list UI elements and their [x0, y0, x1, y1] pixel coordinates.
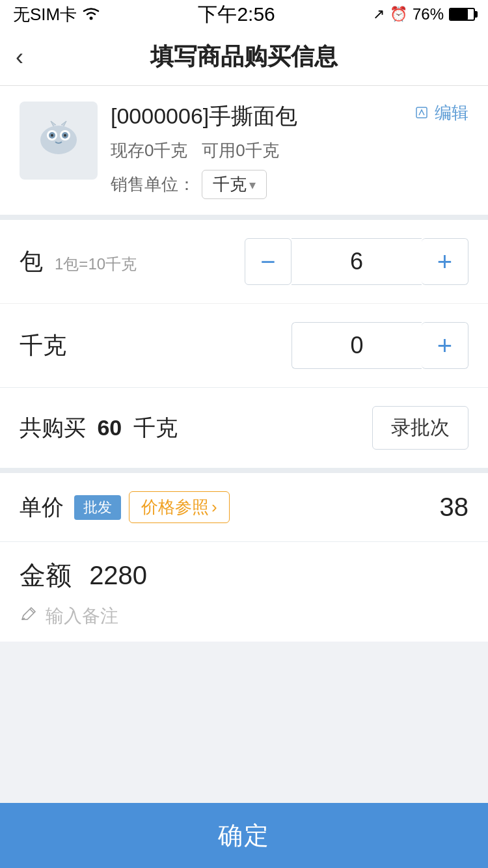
total-amount-value: 60 — [97, 415, 122, 440]
svg-point-6 — [51, 134, 53, 137]
bao-label: 包 1包=10千克 — [20, 246, 245, 278]
input-section: 包 1包=10千克 − + 千克 + — [0, 220, 488, 388]
note-row[interactable]: 输入备注 — [20, 604, 468, 642]
back-button[interactable]: ‹ — [16, 44, 23, 71]
status-time: 下午2:56 — [198, 1, 275, 28]
battery-percent: 76% — [413, 5, 444, 23]
alarm-icon: ⏰ — [390, 6, 407, 23]
kg-increment-button[interactable]: + — [422, 322, 468, 369]
product-stock: 现存0千克 可用0千克 — [111, 139, 468, 162]
confirm-button[interactable]: 确定 — [0, 803, 488, 868]
kg-input-row: 千克 + — [0, 304, 488, 387]
unit-select[interactable]: 千克 ▾ — [202, 170, 267, 199]
carrier-text: 无SIM卡 — [13, 3, 77, 26]
bao-increment-button[interactable]: + — [422, 238, 468, 285]
nav-bar: ‹ 填写商品购买信息 — [0, 29, 488, 86]
total-text: 共购买 60 千克 — [20, 413, 178, 443]
amount-value: 2280 — [89, 561, 147, 590]
status-right-icons: ↗ ⏰ 76% — [373, 5, 475, 23]
note-placeholder: 输入备注 — [46, 604, 118, 629]
wifi-icon — [82, 5, 100, 25]
svg-point-0 — [90, 16, 93, 20]
kg-qty-control: + — [291, 322, 468, 369]
total-section: 共购买 60 千克 录批次 — [0, 388, 488, 473]
price-ref-arrow: › — [211, 497, 217, 517]
nav-title: 填写商品购买信息 — [150, 41, 338, 73]
price-value: 38 — [440, 493, 469, 522]
kg-qty-input[interactable] — [291, 322, 422, 369]
bao-input-row: 包 1包=10千克 − + — [0, 220, 488, 304]
bao-qty-control: − + — [245, 238, 468, 285]
unit-dropdown-icon: ▾ — [249, 177, 256, 193]
price-type-tag: 批发 — [74, 495, 121, 520]
product-section: [0000006]手撕面包 现存0千克 可用0千克 销售单位： 千克 ▾ 编辑 — [0, 86, 488, 220]
edit-button[interactable]: 编辑 — [415, 102, 468, 124]
price-section: 单价 批发 价格参照 › 38 — [0, 473, 488, 542]
batch-button[interactable]: 录批次 — [372, 406, 468, 450]
price-label: 单价 — [20, 493, 64, 522]
status-bar: 无SIM卡 下午2:56 ↗ ⏰ 76% — [0, 0, 488, 29]
bao-sublabel: 1包=10千克 — [55, 255, 137, 273]
spacer — [0, 642, 488, 803]
battery-icon — [449, 8, 475, 21]
pencil-icon — [20, 605, 38, 628]
amount-text: 金额 2280 — [20, 558, 468, 593]
product-unit-row: 销售单位： 千克 ▾ — [111, 170, 468, 199]
svg-point-7 — [64, 134, 66, 137]
bao-qty-input[interactable] — [291, 238, 422, 285]
product-image — [20, 102, 98, 180]
product-owl-icon — [36, 117, 81, 164]
kg-label: 千克 — [20, 330, 291, 362]
bao-decrement-button[interactable]: − — [245, 238, 291, 285]
price-ref-button[interactable]: 价格参照 › — [129, 491, 230, 523]
location-icon: ↗ — [373, 6, 385, 23]
amount-section: 金额 2280 输入备注 — [0, 542, 488, 642]
svg-point-1 — [40, 126, 77, 154]
status-carrier-wifi: 无SIM卡 — [13, 3, 100, 26]
